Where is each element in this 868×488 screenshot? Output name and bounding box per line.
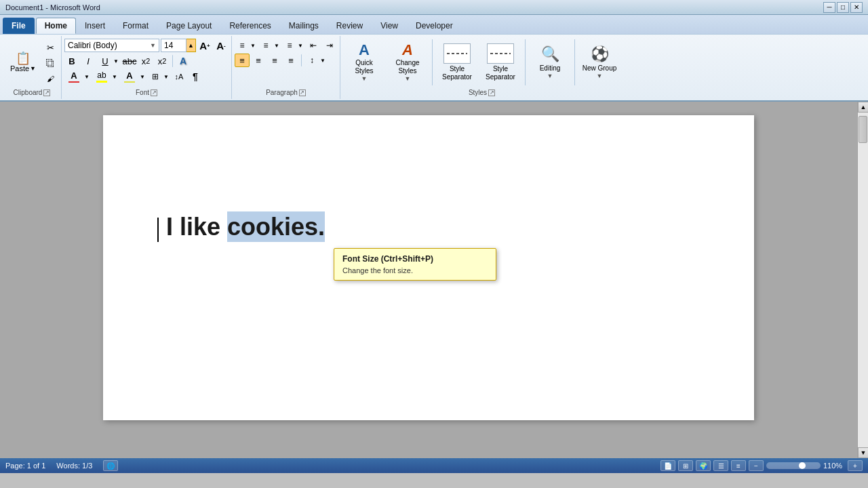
superscript-button[interactable]: x2 [155, 54, 170, 68]
tab-page-layout[interactable]: Page Layout [157, 18, 220, 34]
justify-button[interactable]: ≡ [283, 54, 298, 67]
new-group-label: New Group [583, 64, 617, 73]
font-size-input[interactable]: 14 [161, 39, 186, 52]
scroll-thumb[interactable] [859, 116, 867, 143]
document-text[interactable]: I like cookies. [157, 156, 700, 244]
font-color-dropdown[interactable]: ▼ [83, 70, 91, 83]
scroll-down-button[interactable]: ▼ [858, 447, 868, 458]
decrease-indent-button[interactable]: ⇤ [306, 39, 321, 52]
numbered-list-control: ≡ ▼ [258, 39, 281, 52]
line-spacing-dropdown[interactable]: ▼ [319, 54, 327, 67]
tab-home[interactable]: Home [36, 18, 76, 34]
highlight-control: ab ▼ [92, 70, 119, 83]
scroll-up-button[interactable]: ▲ [858, 102, 868, 113]
underline-button[interactable]: U [98, 54, 113, 68]
paragraph-group-content: ≡ ▼ ≡ ▼ ≡ ▼ ⇤ ⇥ [235, 37, 337, 87]
cut-button[interactable]: ✂ [42, 40, 58, 55]
increase-indent-button[interactable]: ⇥ [322, 39, 337, 52]
border-button[interactable]: ⊞ [148, 70, 163, 83]
bullet-list-dropdown[interactable]: ▼ [250, 39, 257, 52]
tab-references[interactable]: References [220, 18, 279, 34]
tab-insert[interactable]: Insert [76, 18, 114, 34]
shading-button[interactable]: A [120, 70, 139, 83]
window-controls: ─ □ ✕ [823, 2, 863, 13]
view-outline-button[interactable]: ☰ [713, 460, 728, 471]
decrease-font-size-button[interactable]: A- [214, 39, 229, 52]
styles-group-content: A QuickStyles ▼ A ChangeStyles ▼ [343, 37, 620, 87]
align-left-button[interactable]: ≡ [235, 54, 250, 67]
quick-styles-icon: A [359, 43, 370, 58]
copy-button[interactable]: ⿻ [42, 56, 58, 70]
paragraph-expand-button[interactable]: ↗ [299, 89, 306, 96]
multilevel-list-button[interactable]: ≡ [282, 39, 297, 52]
italic-button[interactable]: I [81, 54, 96, 68]
underline-dropdown[interactable]: ▼ [113, 54, 120, 68]
change-styles-button[interactable]: A ChangeStyles ▼ [387, 39, 429, 86]
view-fullscreen-button[interactable]: ⊞ [678, 460, 693, 471]
font-size-increment-button[interactable]: ▲ [186, 39, 196, 52]
vertical-scrollbar[interactable]: ▲ ▼ [857, 102, 868, 458]
paragraph-group: ≡ ▼ ≡ ▼ ≡ ▼ ⇤ ⇥ [232, 36, 340, 99]
shading-dropdown[interactable]: ▼ [139, 70, 146, 83]
scroll-track[interactable] [858, 113, 868, 447]
font-separator [172, 55, 173, 67]
increase-font-size-button[interactable]: A+ [197, 39, 212, 52]
style-separator-button-2[interactable]: StyleSeparator [479, 39, 521, 86]
line-spacing-button[interactable]: ↕ [304, 54, 319, 67]
maximize-button[interactable]: □ [837, 2, 849, 13]
tooltip-description: Change the font size. [342, 266, 488, 274]
highlight-dropdown[interactable]: ▼ [111, 70, 119, 83]
tab-mailings[interactable]: Mailings [280, 18, 328, 34]
zoom-out-button[interactable]: − [749, 460, 764, 471]
view-web-button[interactable]: 🌍 [696, 460, 711, 471]
view-print-button[interactable]: 📄 [660, 460, 675, 471]
font-name-selector[interactable]: Calibri (Body) ▼ [64, 39, 159, 52]
quick-styles-button[interactable]: A QuickStyles ▼ [343, 39, 385, 86]
underline-control: U ▼ [97, 54, 121, 68]
multilevel-list-dropdown[interactable]: ▼ [297, 39, 304, 52]
tab-format[interactable]: Format [114, 18, 157, 34]
font-color-control: A ▼ [64, 70, 91, 83]
bold-button[interactable]: B [64, 54, 79, 68]
change-styles-icon: A [402, 43, 413, 58]
editing-button[interactable]: 🔍 Editing ▼ [529, 39, 571, 86]
paste-label: Paste [10, 64, 29, 73]
numbered-list-button[interactable]: ≡ [258, 39, 273, 52]
font-color-button[interactable]: A [64, 70, 83, 83]
clipboard-expand-button[interactable]: ↗ [43, 89, 50, 96]
tab-developer[interactable]: Developer [407, 18, 462, 34]
numbered-list-dropdown[interactable]: ▼ [273, 39, 281, 52]
tab-review[interactable]: Review [328, 18, 372, 34]
document-area[interactable]: Font Size (Ctrl+Shift+P) Change the font… [0, 102, 857, 458]
zoom-in-button[interactable]: + [848, 460, 863, 471]
show-formatting-button[interactable]: ¶ [188, 70, 203, 83]
highlight-button[interactable]: ab [92, 70, 111, 83]
language-button[interactable]: 🌐 [103, 460, 118, 471]
styles-expand-button[interactable]: ↗ [488, 89, 495, 96]
zoom-thumb[interactable] [799, 462, 806, 469]
align-center-button[interactable]: ≡ [251, 54, 266, 67]
border-dropdown[interactable]: ▼ [163, 70, 170, 83]
minimize-button[interactable]: ─ [823, 2, 835, 13]
view-draft-button[interactable]: ≡ [731, 460, 746, 471]
text-effects-button[interactable]: A [176, 54, 191, 68]
close-button[interactable]: ✕ [850, 2, 863, 13]
document-page[interactable]: Font Size (Ctrl+Shift+P) Change the font… [103, 115, 754, 420]
strikethrough-button[interactable]: abc [122, 54, 137, 68]
tab-view[interactable]: View [372, 18, 407, 34]
font-expand-button[interactable]: ↗ [151, 89, 157, 96]
style-separator-label-2: StyleSeparator [486, 65, 515, 81]
sort-button[interactable]: ↕A [172, 70, 186, 83]
paste-button[interactable]: 📋 Paste ▼ [5, 39, 41, 86]
align-right-button[interactable]: ≡ [267, 54, 282, 67]
bullet-list-control: ≡ ▼ [235, 39, 257, 52]
font-group-content: Calibri (Body) ▼ 14 ▲ A+ A- [64, 37, 229, 87]
new-group-button[interactable]: ⚽ New Group ▼ [578, 39, 620, 86]
subscript-button[interactable]: x2 [138, 54, 153, 68]
format-painter-button[interactable]: 🖌 [42, 71, 58, 86]
style-separator-button-1[interactable]: StyleSeparator [436, 39, 478, 86]
bullet-list-button[interactable]: ≡ [235, 39, 250, 52]
tab-file[interactable]: File [3, 18, 35, 34]
zoom-slider[interactable] [766, 462, 821, 469]
new-group-arrow: ▼ [597, 73, 603, 79]
